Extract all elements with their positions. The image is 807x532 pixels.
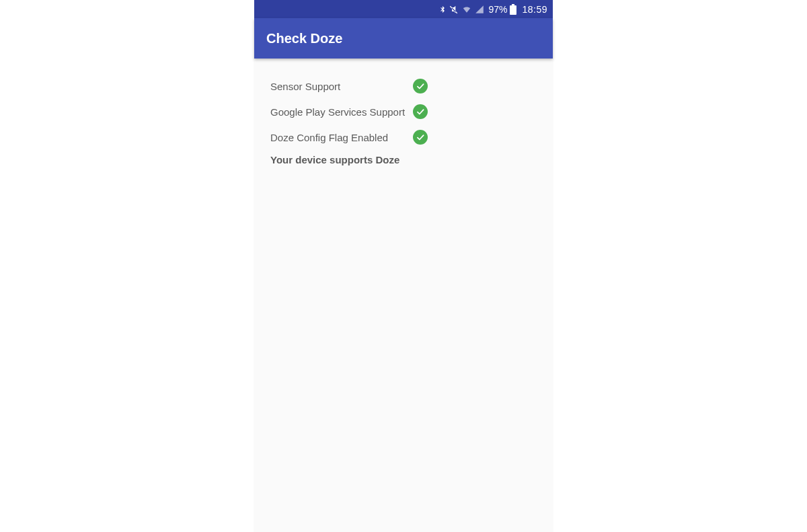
check-row: Doze Config Flag Enabled <box>270 124 537 150</box>
status-bar: 97% 18:59 <box>254 0 553 18</box>
check-label: Sensor Support <box>270 81 405 92</box>
app-title: Check Doze <box>266 31 342 46</box>
mute-icon <box>449 5 459 14</box>
check-row: Sensor Support <box>270 73 537 99</box>
battery-icon <box>510 4 516 15</box>
check-label: Google Play Services Support <box>270 106 405 118</box>
check-icon <box>413 130 428 145</box>
app-bar: Check Doze <box>254 18 553 59</box>
svg-rect-0 <box>510 5 516 15</box>
summary-text: Your device supports Doze <box>270 154 537 165</box>
check-icon <box>413 79 428 93</box>
clock: 18:59 <box>522 4 547 15</box>
phone-frame: 97% 18:59 Check Doze Sensor Support Goog… <box>254 0 553 532</box>
check-icon <box>413 104 428 119</box>
check-row: Google Play Services Support <box>270 99 537 124</box>
page: 97% 18:59 Check Doze Sensor Support Goog… <box>0 0 807 532</box>
check-label: Doze Config Flag Enabled <box>270 132 405 143</box>
bluetooth-icon <box>438 5 447 14</box>
signal-icon <box>475 5 484 14</box>
svg-rect-1 <box>512 4 514 5</box>
battery-percent: 97% <box>488 4 507 15</box>
content-area: Sensor Support Google Play Services Supp… <box>254 59 553 180</box>
wifi-icon <box>461 5 472 14</box>
